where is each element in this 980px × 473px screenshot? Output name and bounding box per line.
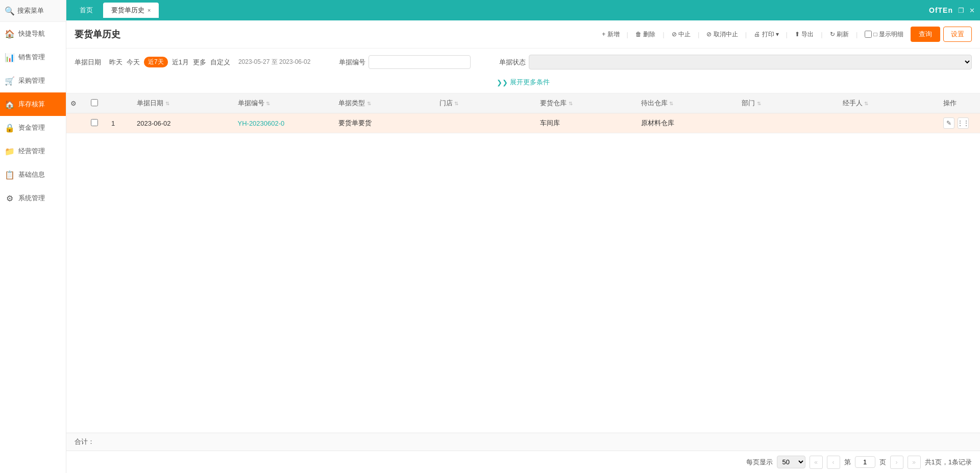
sidebar-item-quick-nav[interactable]: 🏠 快捷导航 [0,22,66,45]
col-dept[interactable]: 部门 ⇅ [738,93,839,113]
tab-close-icon[interactable]: × [148,7,151,13]
tab-order-history[interactable]: 要货单历史 × [103,3,159,18]
page-size-select[interactable]: 10 20 50 100 [777,456,805,468]
page-label: 页 [879,458,886,467]
query-label: 查询 [919,30,932,38]
stop-button[interactable]: ⊘ 中止 [668,28,695,41]
sidebar-item-label: 采购管理 [18,76,45,85]
col-store-label: 门店 [439,99,453,107]
col-doc-no[interactable]: 单据编号 ⇅ [234,93,335,113]
select-all-checkbox[interactable] [91,99,98,106]
sort-docno-icon[interactable]: ⇅ [266,101,270,106]
print-dropdown-icon[interactable]: ▾ [776,31,779,38]
settings-label: 设置 [951,30,964,38]
col-doc-type[interactable]: 单据类型 ⇅ [334,93,435,113]
show-detail-label: □ 显示明细 [873,30,903,39]
settings-button[interactable]: 设置 [943,27,972,42]
sep1: | [627,31,628,38]
row-edit-button[interactable]: ✎ [943,117,954,129]
table-wrap: ⚙ 单据日期 ⇅ 单据编号 ⇅ [66,93,980,433]
sidebar-item-ops[interactable]: 📁 经营管理 [0,139,66,163]
sidebar-item-basic[interactable]: 📋 基础信息 [0,163,66,186]
date-opt-today[interactable]: 今天 [127,58,140,67]
col-dept-label: 部门 [742,99,755,107]
table-header-row: ⚙ 单据日期 ⇅ 单据编号 ⇅ [66,93,980,113]
sidebar-item-label: 资金管理 [18,123,45,132]
row-checkbox[interactable] [91,119,98,126]
show-detail-checkbox[interactable] [865,31,872,38]
next-page-button[interactable]: › [890,456,903,469]
sort-handler-icon[interactable]: ⇅ [864,101,868,106]
first-page-button[interactable]: « [810,456,823,469]
sidebar-item-label: 销售管理 [18,53,45,62]
col-req-warehouse[interactable]: 要货仓库 ⇅ [536,93,637,113]
col-store[interactable]: 门店 ⇅ [435,93,536,113]
cancel-stop-button[interactable]: ⊘ 取消中止 [702,28,742,41]
page-content: 要货单历史 + 新增 | 🗑 删除 | ⊘ 中止 | ⊘ 取消中止 | [66,20,980,473]
lock-icon: 🔒 [5,123,14,132]
page-title: 要货单历史 [75,28,120,40]
new-button[interactable]: + 新增 [598,28,623,41]
sidebar-search[interactable]: 🔍 搜索菜单 [0,0,66,22]
expand-label: 展开更多条件 [510,78,550,87]
col-doc-no-label: 单据编号 [238,99,264,107]
doc-number-label: 单据编号 [339,58,365,67]
sidebar-item-label: 经营管理 [18,147,45,156]
sort-pendwh-icon[interactable]: ⇅ [669,101,673,106]
prev-page-button[interactable]: ‹ [827,456,840,469]
refresh-button[interactable]: ↻ 刷新 [826,28,853,41]
sort-reqwh-icon[interactable]: ⇅ [569,101,573,106]
last-page-button[interactable]: » [908,456,921,469]
status-select[interactable] [529,55,972,69]
sep4: | [745,31,747,38]
date-opt-yesterday[interactable]: 昨天 [109,58,122,67]
col-handler[interactable]: 经手人 ⇅ [839,93,940,113]
stop-label: ⊘ 中止 [672,30,691,39]
sort-date-icon[interactable]: ⇅ [165,101,169,106]
date-opt-last1month[interactable]: 近1月 [172,58,189,67]
date-opt-last7days[interactable]: 近7天 [144,57,168,67]
query-button[interactable]: 查询 [911,27,940,42]
delete-button[interactable]: 🗑 删除 [631,28,659,41]
doc-number-input[interactable] [369,55,471,69]
sidebar-item-label: 快捷导航 [18,29,45,38]
sidebar-item-system[interactable]: ⚙ 系统管理 [0,186,66,210]
restore-button[interactable]: ❐ [958,7,964,14]
cell-dept [738,113,839,133]
delete-label: 🗑 删除 [635,30,655,39]
sep5: | [786,31,788,38]
doc-no-link[interactable]: YH-20230602-0 [238,120,285,127]
close-window-button[interactable]: ✕ [969,7,975,14]
expand-button[interactable]: ❯❯ 展开更多条件 [497,78,550,87]
tab-home[interactable]: 首页 [71,3,101,18]
col-handler-label: 经手人 [843,99,863,107]
cart-icon: 🛒 [5,76,14,85]
status-filter: 单据状态 [499,55,972,69]
col-doc-type-label: 单据类型 [338,99,365,107]
page-input[interactable] [855,456,875,468]
date-opt-more[interactable]: 更多 [193,58,206,67]
date-options: 昨天 今天 近7天 近1月 更多 自定义 [109,57,230,67]
export-button[interactable]: ⬆ 导出 [791,28,818,41]
cell-req-warehouse: 车间库 [536,113,637,133]
sidebar-item-purchase[interactable]: 🛒 采购管理 [0,69,66,92]
expand-row: ❯❯ 展开更多条件 [75,74,972,87]
row-pending-warehouse: 原材料仓库 [641,119,674,127]
sort-store-icon[interactable]: ⇅ [454,101,458,106]
sidebar-item-finance[interactable]: 🔒 资金管理 [0,116,66,139]
col-pending-warehouse[interactable]: 待出仓库 ⇅ [637,93,738,113]
sidebar-item-sales[interactable]: 📊 销售管理 [0,45,66,69]
date-opt-custom[interactable]: 自定义 [210,58,230,67]
row-more-button[interactable]: ⋮⋮ [958,117,969,129]
sidebar: 🔍 搜索菜单 🏠 快捷导航 📊 销售管理 🛒 采购管理 🏠 库存核算 🔒 资金管… [0,0,66,473]
col-date[interactable]: 单据日期 ⇅ [133,93,234,113]
table-row[interactable]: 1 2023-06-02 YH-20230602-0 要货单要货 [66,113,980,133]
sidebar-item-inventory[interactable]: 🏠 库存核算 [0,92,66,116]
sort-dept-icon[interactable]: ⇅ [757,101,761,106]
show-detail-button[interactable]: □ 显示明细 [861,28,908,41]
sort-doctype-icon[interactable]: ⇅ [367,101,371,106]
folder-icon: 📁 [5,147,14,156]
print-button[interactable]: 🖨 打印 ▾ [750,28,782,41]
sep6: | [821,31,822,38]
col-settings[interactable]: ⚙ [66,93,87,113]
